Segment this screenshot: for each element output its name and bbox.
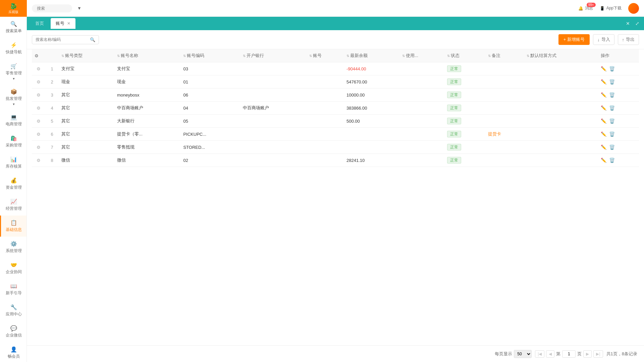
delete-icon-5[interactable]: 🗑️ [609,131,615,137]
first-page-button[interactable]: |◀ [535,350,544,358]
import-button[interactable]: ↓ 导入 [593,34,614,45]
edit-icon-0[interactable]: ✏️ [601,66,606,71]
col-header-usage[interactable]: ⇅使用... [399,49,444,62]
cell-type-4: 其它 [59,115,114,128]
maximize-tab-button[interactable]: ⤢ [634,19,641,27]
close-tab-button[interactable]: ✕ [625,19,631,27]
sidebar-item-ecommerce[interactable]: 💻 电商管理 [0,110,26,131]
edit-icon-7[interactable]: ✏️ [601,158,606,163]
delete-icon-1[interactable]: 🗑️ [609,79,615,84]
next-page-button[interactable]: ▶ [583,350,592,358]
add-account-button[interactable]: + 新增账号 [558,34,590,45]
table-row: ⚙6其它提货卡（零...PICKUPC...正常提货卡 ✏️ 🗑️ [32,128,639,141]
app-icon: 📱 [600,6,605,11]
page-size-label: 每页显示 [495,351,512,357]
edit-icon-1[interactable]: ✏️ [601,79,606,84]
tab-account[interactable]: 账号✕ [51,18,75,29]
col-header-balance[interactable]: ⇅最新余额 [344,49,399,62]
tab-label-account: 账号 [56,20,64,26]
edit-icon-3[interactable]: ✏️ [601,105,606,111]
prev-page-button[interactable]: ◀ [546,350,554,358]
table-row: ⚙4其它中百商场账户04中百商场账户383866.00正常 ✏️ 🗑️ [32,102,639,115]
delete-icon-0[interactable]: 🗑️ [609,66,615,71]
edit-icon-6[interactable]: ✏️ [601,144,606,150]
row-settings-3[interactable]: ⚙ [32,102,45,115]
sort-icon-default_settle: ⇅ [527,54,529,58]
sort-icon-code: ⇅ [183,54,186,58]
sidebar-item-search[interactable]: 🔍 搜索菜单 [0,17,26,38]
col-header-default_settle[interactable]: ⇅默认结算方式 [524,49,598,62]
header-search-input[interactable] [32,4,72,12]
page-size-select[interactable]: 50 100 200 [514,350,532,358]
sidebar-item-wechat[interactable]: 💬 企业微信 [0,321,26,342]
edit-icon-2[interactable]: ✏️ [601,92,606,98]
row-settings-2[interactable]: ⚙ [32,88,45,102]
row-settings-7[interactable]: ⚙ [32,154,45,167]
sidebar-item-inventory[interactable]: 📊 库存核算 [0,152,26,173]
cell-code-2: 06 [180,88,240,102]
page-number-input[interactable] [562,350,576,358]
sidebar-item-system[interactable]: ⚙️ 系统管理 [0,237,26,258]
table-row: ⚙2现金现金01547670.00正常 ✏️ 🗑️ [32,75,639,88]
cell-balance-7: 28241.10 [344,154,399,167]
row-settings-1[interactable]: ⚙ [32,75,45,88]
row-num-7: 8 [45,154,59,167]
delete-icon-3[interactable]: 🗑️ [609,105,615,111]
delete-icon-6[interactable]: 🗑️ [609,144,615,150]
col-header-type[interactable]: ⇅账号类型 [59,49,114,62]
cell-name-5: 提货卡（零... [114,128,180,141]
message-button[interactable]: 🔔 消息 99+ [578,5,593,11]
cell-code-1: 01 [180,75,240,88]
sidebar-item-guide[interactable]: 📖 新手引导 [0,279,26,300]
settings-icon: ⚙ [37,158,41,163]
sidebar-item-retail[interactable]: 🛒 零售管理 ▼ [0,59,26,84]
sidebar-item-finance[interactable]: 💰 资金管理 [0,173,26,194]
edit-icon-4[interactable]: ✏️ [601,118,606,124]
sidebar-arrow-wholesale: ▼ [12,103,15,106]
header-dropdown[interactable]: ▼ [77,6,82,11]
tab-bar: 首页账号✕ ✕ ⤢ [27,17,644,30]
sidebar-item-appCenter[interactable]: 🔧 应用中心 [0,300,26,321]
sidebar-icon-shortcuts: ⚡ [10,42,17,48]
sidebar-item-operations[interactable]: 📈 经营管理 [0,194,26,216]
row-settings-4[interactable]: ⚙ [32,115,45,128]
search-input[interactable] [36,37,88,42]
col-header-name[interactable]: ⇅账号名称 [114,49,180,62]
cell-name-6: 零售抵现 [114,141,180,154]
delete-icon-4[interactable]: 🗑️ [609,118,615,124]
delete-icon-7[interactable]: 🗑️ [609,158,615,163]
last-page-button[interactable]: ▶| [593,350,603,358]
col-header-status[interactable]: ⇅状态 [444,49,485,62]
cell-usage-6 [399,141,444,154]
col-header-action: 操作 [598,49,639,62]
cell-usage-7 [399,154,444,167]
row-settings-6[interactable]: ⚙ [32,141,45,154]
tab-close-account[interactable]: ✕ [67,21,70,26]
cell-code-0: 03 [180,62,240,75]
logo-text: 乐观版 [8,10,18,14]
edit-icon-5[interactable]: ✏️ [601,131,606,137]
delete-icon-2[interactable]: 🗑️ [609,92,615,98]
row-settings-0[interactable]: ⚙ [32,62,45,75]
col-header-code[interactable]: ⇅账号编码 [180,49,240,62]
row-num-6: 7 [45,141,59,154]
sidebar-item-basic[interactable]: 📋 基础信息 [0,216,26,237]
sidebar-item-wholesale[interactable]: 📦 批发管理 ▼ [0,84,26,110]
export-button[interactable]: ↑ 导出 [618,34,639,45]
user-avatar[interactable] [628,3,639,14]
sidebar-item-member[interactable]: 👤 畅会员 [0,342,26,362]
app-download-button[interactable]: 📱 App下载 [600,5,622,11]
row-settings-5[interactable]: ⚙ [32,128,45,141]
sidebar-item-shortcuts[interactable]: ⚡ 快捷导航 [0,38,26,59]
app-logo: 🐉 乐观版 [0,0,27,17]
settings-icon: ⚙ [37,106,41,111]
search-box[interactable]: 🔍 [32,35,99,44]
col-header-remark[interactable]: ⇅备注 [485,49,524,62]
tab-home[interactable]: 首页 [30,18,49,29]
sidebar-item-enterprise[interactable]: 🤝 企业协同 [0,258,26,279]
col-header-account[interactable]: ⇅账号 [307,49,344,62]
sidebar-item-purchase[interactable]: 🛍️ 采购管理 [0,131,26,152]
col-header-bank[interactable]: ⇅开户银行 [240,49,306,62]
cell-code-6: STORED... [180,141,240,154]
status-badge: 正常 [447,144,461,150]
